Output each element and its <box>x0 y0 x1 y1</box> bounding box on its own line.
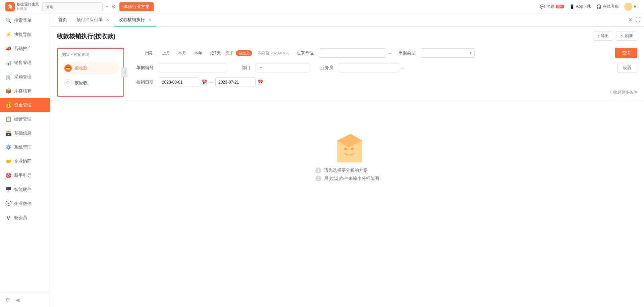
guide-icon: 🎯 <box>5 172 11 178</box>
staff-label: 业务员 <box>315 65 333 71</box>
tab-prepay-close[interactable]: ✕ <box>106 17 109 22</box>
search-input[interactable] <box>42 2 103 11</box>
filter-area: 按以下方案查询 💳 按收款 ⏱ 按应收 《 <box>50 44 644 100</box>
sidebar-label-finance: 资金管理 <box>14 102 32 108</box>
topbar-left: 兔 畅捷通好生意 标准版 ▾ ⚙ 体验行业方案 <box>5 2 154 11</box>
collab-icon: 🤝 <box>5 158 11 164</box>
purchase-icon: 🛒 <box>5 74 11 80</box>
voucher-no-label: 单据编号 <box>135 65 154 71</box>
sidebar-item-guide[interactable]: 🎯 新手引导 <box>0 168 50 183</box>
finance-icon: 💰 <box>5 102 11 108</box>
date-custom-badge[interactable]: 自定义 <box>236 50 252 56</box>
voucher-type-select[interactable]: ▾ <box>421 48 475 58</box>
tab-verify-close[interactable]: ✕ <box>148 17 152 22</box>
inventory-icon: 📦 <box>5 88 11 94</box>
receipt-icon: 💳 <box>64 64 72 72</box>
sidebar-item-finance[interactable]: 💰 资金管理 <box>0 98 50 112</box>
date-btn-7days[interactable]: 近7天 <box>207 49 224 57</box>
filter-option-by-receipt[interactable]: 💳 按收款 <box>61 62 120 74</box>
staff-dots-icon[interactable]: ··· <box>400 65 405 70</box>
quick-nav-icon: ⚡ <box>5 32 11 38</box>
calendar-start-icon[interactable]: 📅 <box>201 80 207 85</box>
query-button[interactable]: 查询 <box>615 48 637 58</box>
sidebar-item-member[interactable]: V 畅会员 <box>0 211 50 225</box>
dept-chevron-icon: ▾ <box>260 65 262 70</box>
sidebar-label-system: 系统管理 <box>14 144 32 150</box>
app-icon: 📱 <box>570 4 575 9</box>
export-button[interactable]: ↑ 导出 <box>593 32 613 41</box>
sidebar-item-inventory[interactable]: 📦 库存核算 <box>0 84 50 98</box>
sidebar-item-hardware[interactable]: 🖥️ 智能硬件 <box>0 183 50 197</box>
date-btn-this-month[interactable]: 本月 <box>175 49 189 57</box>
sidebar-item-purchase[interactable]: 🛒 采购管理 <box>0 70 50 84</box>
chevron-down-icon[interactable]: ▾ <box>106 4 108 9</box>
sidebar-item-basic-info[interactable]: 🗃️ 基础信息 <box>0 126 50 140</box>
sidebar-item-system[interactable]: ⚙️ 系统管理 <box>0 140 50 154</box>
message-badge: 99+ <box>556 5 564 8</box>
collapse-more-label: 收起更多条件 <box>613 90 637 95</box>
tab-verify[interactable]: 收款核销执行 ✕ <box>114 14 156 27</box>
refresh-button[interactable]: ↻ 刷新 <box>616 32 637 41</box>
app-download-label: App下载 <box>576 4 591 9</box>
page-header: 收款核销执行(按收款) ↑ 导出 ↻ 刷新 <box>50 27 644 44</box>
hint-num-1: 1 <box>315 167 321 173</box>
tab-home[interactable]: 首页 <box>54 14 72 27</box>
user-menu[interactable]: Rit <box>624 3 639 11</box>
sidebar-item-collab[interactable]: 🤝 企业协同 <box>0 154 50 168</box>
date-btn-this-year[interactable]: 本年 <box>191 49 205 57</box>
collapse-more-button[interactable]: 《 收起更多条件 <box>608 90 637 95</box>
gear-icon[interactable]: ⚙ <box>111 3 116 10</box>
message-button[interactable]: 💬 消息 99+ <box>540 4 564 9</box>
calendar-end-icon[interactable]: 📅 <box>258 80 263 85</box>
collapse-panel-button[interactable]: 《 <box>121 67 127 78</box>
settings-bottom-icon[interactable]: ⚙ <box>5 297 10 303</box>
expand-tab-button[interactable]: ⛶ <box>635 17 641 23</box>
verify-date-start-input[interactable] <box>159 78 199 87</box>
collapse-more-bar: 《 收起更多条件 <box>135 87 637 97</box>
counterparty-input[interactable] <box>319 48 386 58</box>
headset-icon: 🎧 <box>596 4 601 9</box>
sales-icon: 📊 <box>5 60 11 66</box>
app-download-button[interactable]: 📱 App下载 <box>570 4 591 9</box>
online-service-button[interactable]: 🎧 在线客服 <box>596 4 619 9</box>
hint-text-1: 请先选择要分析的方案 <box>324 167 368 173</box>
date-more-button[interactable]: 更多 <box>226 50 234 56</box>
system-icon: ⚙️ <box>5 144 11 150</box>
page-header-actions: ↑ 导出 ↻ 刷新 <box>593 32 637 41</box>
collapse-sidebar-icon[interactable]: ◀ <box>15 297 19 303</box>
counterparty-label: 往来单位 <box>295 50 314 56</box>
filter-row-1: 日期 上月 本月 本年 近7天 更多 自定义 不 <box>135 48 637 58</box>
sidebar-label-management: 经营管理 <box>14 116 32 122</box>
logo: 兔 畅捷通好生意 标准版 <box>5 2 39 11</box>
counterparty-dots-icon[interactable]: ··· <box>387 50 391 56</box>
hint-text-2: 用[过滤]条件来缩小分析范围 <box>324 175 379 182</box>
sidebar-item-sales[interactable]: 📊 销售管理 <box>0 56 50 70</box>
sidebar-item-management[interactable]: 📋 经营管理 <box>0 112 50 126</box>
layout: 🔍 搜索菜单 ⚡ 快捷导航 📣 营销推广 📊 销售管理 🛒 采购管理 📦 库存核… <box>0 13 644 307</box>
close-tab-button[interactable]: ✕ <box>628 17 633 23</box>
industry-solution-button[interactable]: 体验行业方案 <box>119 2 154 11</box>
filter-option-by-receivable[interactable]: ⏱ 按应收 <box>61 76 120 89</box>
date-btn-last-month[interactable]: 上月 <box>159 49 173 57</box>
sidebar-item-marketing[interactable]: 📣 营销推广 <box>0 42 50 56</box>
date-filter-label: 日期 <box>135 50 154 56</box>
sidebar-label-collab: 企业协同 <box>14 158 32 164</box>
staff-input[interactable] <box>339 63 399 72</box>
sidebar-bottom: ⚙ ◀ <box>0 292 50 307</box>
sidebar-item-quick-nav[interactable]: ⚡ 快捷导航 <box>0 28 50 42</box>
verify-date-end-input[interactable] <box>215 78 256 87</box>
dept-select[interactable]: ▾ <box>256 63 309 72</box>
verify-date-range: 📅 — 📅 <box>159 78 263 87</box>
refresh-icon: ↻ <box>620 34 624 39</box>
sidebar-item-search[interactable]: 🔍 搜索菜单 <box>0 13 50 28</box>
verify-date-label: 核销日期 <box>135 79 154 85</box>
setting-button[interactable]: 设置 <box>617 63 637 73</box>
svg-point-4 <box>351 148 354 150</box>
hardware-icon: 🖥️ <box>5 187 11 193</box>
user-name: Rit <box>634 4 639 9</box>
empty-illustration <box>330 127 364 161</box>
sidebar-label-quick-nav: 快捷导航 <box>14 32 32 38</box>
tab-prepay[interactable]: 预付冲应付单 ✕ <box>72 14 114 27</box>
sidebar-item-wechat[interactable]: 💬 企业微信 <box>0 197 50 211</box>
voucher-no-input[interactable] <box>159 63 226 72</box>
